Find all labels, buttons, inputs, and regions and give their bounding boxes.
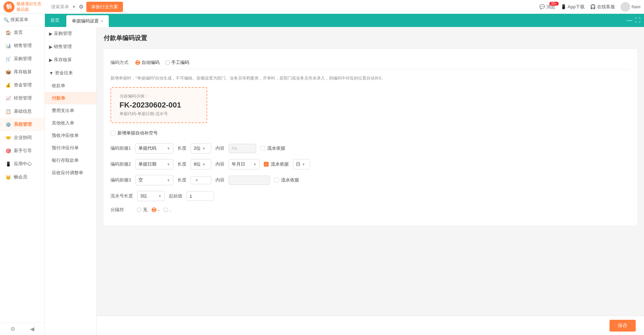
prefix2-row: 编码前缀2 单据日期 ▼ 长度 8位 ▼ 内容 (110, 159, 630, 169)
prefix3-content-input[interactable] (229, 176, 270, 185)
auto-fill-checkbox[interactable]: 新增单据自动补空号 (110, 130, 158, 136)
encoding-radio-group: 自动编码 手工编码 (135, 59, 189, 66)
prefix3-serial-checkbox-box (274, 178, 279, 183)
prefix3-row: 编码前缀3 空 ▼ 长度 ▼ 内容 (110, 175, 630, 185)
prefix3-length-select[interactable]: ▼ (191, 176, 211, 184)
prefix1-serial-checkbox[interactable]: 流水依据 (260, 145, 285, 151)
sub-menu-item-prepay-receive[interactable]: 预收冲应收单 (45, 129, 96, 142)
sidebar-item-newbie[interactable]: 🎯 新手引导 (0, 144, 45, 157)
sub-menu-header-sales[interactable]: ▶ 销售管理 (45, 40, 96, 53)
app-download-item[interactable]: 📱 App下载 (561, 4, 585, 10)
minimize-icon[interactable]: — (627, 17, 632, 24)
trial-button[interactable]: 体验行业方案 (86, 2, 123, 12)
sub-menu-item-receipt[interactable]: 收款单 (45, 80, 96, 92)
sidebar-item-finance[interactable]: 💰 资金管理 (0, 78, 45, 92)
sidebar-item-member[interactable]: 👑 畅会员 (0, 170, 45, 184)
manual-radio-dot (165, 60, 170, 65)
sidebar-collapse-icon[interactable]: ◀ (30, 326, 34, 332)
prefix2-select[interactable]: 单据日期 ▼ (135, 159, 173, 169)
prefix1-length-select[interactable]: 2位 ▼ (191, 143, 211, 153)
serial-length-label: 流水号长度 (110, 193, 133, 199)
sidebar-item-purchase[interactable]: 🛒 采购管理 (0, 52, 45, 65)
topbar-search: 搜索菜单 (51, 4, 69, 10)
preview-box: 当前编码示例： FK-20230602-001 单据代码-单据日期-流水号 (110, 87, 207, 123)
prefix2-content-label: 内容 (215, 161, 224, 167)
prefix3-label: 编码前缀3 (110, 177, 131, 183)
auto-radio[interactable]: 自动编码 (135, 59, 160, 66)
sub-menu-item-other-income[interactable]: 其他收入单 (45, 117, 96, 129)
separator-options: 无 - . (137, 207, 171, 213)
message-item[interactable]: 💬 消息 99+ (539, 4, 555, 10)
sub-menu-arrow-sales: ▶ (49, 44, 52, 49)
settings-card: 编码方式 自动编码 手工编码 (104, 49, 637, 225)
manual-radio[interactable]: 手工编码 (165, 59, 189, 66)
save-button[interactable]: 保存 (609, 320, 636, 332)
sub-menu-arrow-purchase: ▶ (49, 31, 52, 36)
separator-dash[interactable]: - (152, 207, 159, 213)
preview-label: 当前编码示例： (119, 93, 198, 99)
sub-menu-item-expense[interactable]: 费用支出单 (45, 104, 96, 117)
separator-dot-dot (163, 207, 168, 212)
serial-length-select[interactable]: 3位 ▼ (137, 191, 165, 201)
sidebar-settings-icon[interactable]: ⚙ (10, 326, 15, 332)
prefix3-length-arrow: ▼ (195, 178, 199, 182)
sidebar-item-system[interactable]: ⚙️ 系统管理 (0, 118, 45, 131)
preview-desc: 单据代码-单据日期-流水号 (119, 111, 198, 117)
start-value-input[interactable] (186, 192, 214, 201)
sub-menu-header-purchase[interactable]: ▶ 采购管理 (45, 27, 96, 40)
sub-menu-inventory: ▶ 库存核算 (45, 53, 96, 66)
sidebar-item-sales[interactable]: 📊 销售管理 (0, 39, 45, 52)
serial-length-arrow: ▼ (158, 194, 162, 198)
sidebar-item-inventory[interactable]: 📦 库存核算 (0, 65, 45, 78)
sidebar-item-operation[interactable]: 📈 经营管理 (0, 92, 45, 105)
sidebar-item-basic[interactable]: 📋 基础信息 (0, 105, 45, 118)
sub-menu-item-receivable-adjust[interactable]: 应收应付调整单 (45, 167, 96, 179)
encoding-method-label: 编码方式 (110, 59, 128, 66)
prefix1-select-arrow: ▼ (167, 147, 170, 150)
prefix3-serial-checkbox[interactable]: 流水依据 (274, 177, 299, 183)
separator-dot[interactable]: . (163, 207, 171, 213)
tab-close-icon[interactable]: × (101, 19, 103, 24)
sidebar-item-enterprise[interactable]: 🤝 企业协同 (0, 131, 45, 144)
prefix2-content-select[interactable]: 年月日 ▼ (229, 159, 260, 169)
prefix2-length-arrow: ▼ (202, 162, 205, 166)
topbar-left: 畅 畅捷通好生意 极品版 搜索菜单 ▼ ⚙ 体验行业方案 (3, 1, 123, 12)
purchase-icon: 🛒 (6, 56, 11, 62)
prefix1-select[interactable]: 单据代码 ▼ (135, 143, 173, 153)
sidebar-item-home[interactable]: 🏠 首页 (0, 26, 45, 39)
prefix2-length-select[interactable]: 8位 ▼ (191, 159, 211, 169)
separator-none[interactable]: 无 (137, 207, 147, 213)
prefix1-serial-checkbox-box (260, 146, 265, 151)
tab-encoding-settings[interactable]: 单据编码设置 × (66, 15, 109, 27)
sub-menu-purchase: ▶ 采购管理 (45, 27, 96, 40)
user-item[interactable]: Nare (621, 2, 641, 12)
prefix2-serial-unit-select[interactable]: 日 ▼ (293, 159, 310, 169)
prefix3-content-label: 内容 (215, 177, 224, 183)
settings-icon[interactable]: ⚙ (79, 3, 84, 10)
sub-menu-header-capital[interactable]: ▼ 资金往来 (45, 66, 96, 80)
sub-menu-item-payment[interactable]: 付款单 (45, 92, 96, 104)
search-icon: 🔍 (3, 17, 9, 22)
prefix2-content-arrow: ▼ (253, 162, 257, 166)
sidebar-item-app-center[interactable]: 📱 应用中心 (0, 157, 45, 170)
tab-home[interactable]: 首页 (45, 14, 65, 27)
prefix1-content-input[interactable] (229, 144, 256, 153)
maximize-icon[interactable]: ⛶ (635, 17, 641, 24)
bottom-bar: 保存 (97, 316, 644, 335)
dropdown-arrow-icon[interactable]: ▼ (72, 4, 76, 9)
search-hint: 搜索菜单 (51, 4, 69, 10)
avatar (621, 2, 630, 12)
topbar: 畅 畅捷通好生意 极品版 搜索菜单 ▼ ⚙ 体验行业方案 💬 消息 99+ 📱 … (0, 0, 644, 14)
prefix3-select[interactable]: 空 ▼ (135, 175, 173, 185)
online-service-item[interactable]: 🎧 在线客服 (590, 4, 615, 10)
sub-menu-item-bank-deposit[interactable]: 银行存取款单 (45, 154, 96, 167)
enterprise-icon: 🤝 (6, 135, 11, 140)
tabbar-right: — ⛶ (627, 17, 644, 24)
sub-layout: ▶ 采购管理 ▶ 销售管理 ▶ 库存核算 (45, 27, 644, 335)
prefix2-serial-unit-arrow: ▼ (302, 162, 305, 166)
prefix2-serial-checkbox[interactable]: ✓ 流水依据 (264, 161, 289, 167)
sidebar-search[interactable]: 🔍 搜索菜单 (0, 14, 45, 26)
sub-menu-header-inventory[interactable]: ▶ 库存核算 (45, 53, 96, 66)
system-icon: ⚙️ (6, 122, 11, 127)
sub-menu-item-prepay-pay[interactable]: 预付冲应付单 (45, 142, 96, 154)
